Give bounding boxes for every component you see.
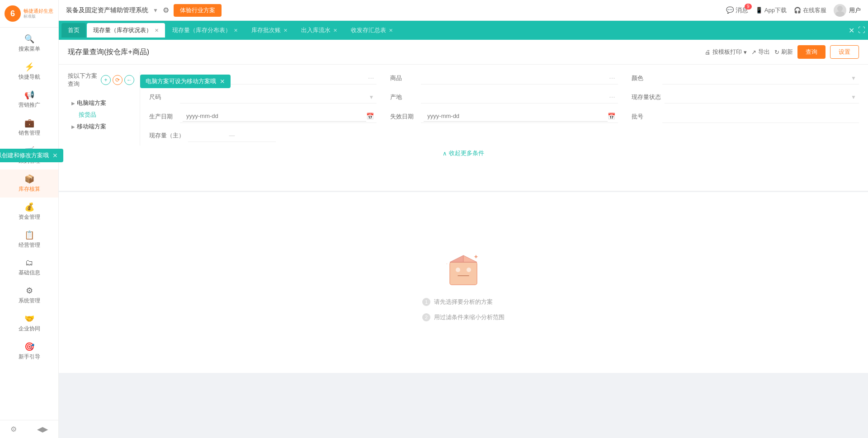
stock-qty-min-input[interactable] [191,130,226,141]
size-dropdown-icon[interactable]: ▼ [368,94,374,100]
tab-batch-close[interactable]: ✕ [283,28,288,33]
sidebar-item-finance[interactable]: 💰 资金管理 [0,198,58,226]
goods-input[interactable] [424,73,609,83]
scheme-mobile[interactable]: ▶ 移动端方案 [68,121,134,132]
sidebar-item-quick[interactable]: ⚡ 快捷导航 [0,57,58,85]
tab-inventory-dist-close[interactable]: ✕ [234,28,238,33]
msg-badge: 9 [745,4,752,9]
origin-input[interactable] [424,92,609,102]
stock-status-input[interactable] [667,92,851,102]
tab-home[interactable]: 首页 [61,23,86,38]
sidebar-bottom: ⚙ ◀▶ [0,420,58,438]
edit-scheme-btn[interactable]: ⟳ [113,75,123,85]
logo-icon: 6 [5,5,21,22]
warehouse-dots-icon[interactable]: ··· [368,74,374,82]
tab-inventory-status-close[interactable]: ✕ [155,28,159,33]
query-btn[interactable]: 查询 [797,45,826,59]
tooltip1-close-btn[interactable]: ✕ [220,78,225,85]
sidebar-item-operation[interactable]: 📋 经营管理 [0,226,58,254]
svg-point-7 [467,268,471,272]
scheme-desktop[interactable]: ▶ 电脑端方案 [68,97,134,109]
svg-text:✦: ✦ [473,253,479,260]
enterprise-icon: 🤝 [24,314,34,324]
system-name: 装备及固定资产辅助管理系统 [66,6,148,14]
schemes-panel: ▶ 电脑端方案 按货品 ▶ 移动端方案 [68,94,134,136]
tooltip2-close-btn[interactable]: ✕ [52,152,58,159]
expire-date-calendar-icon[interactable]: 📅 [608,113,615,120]
svg-point-1 [835,11,844,17]
settings-bottom-icon[interactable]: ⚙ [10,425,17,433]
marketing-icon: 📢 [24,90,34,100]
svg-point-0 [837,6,843,11]
tab-expand-btn[interactable]: ⛶ [858,26,865,34]
header: 装备及固定资产辅助管理系统 ▼ ⚙ 体验行业方案 💬 9 消息 📱 App下载 … [59,0,868,21]
tab-summary-close[interactable]: ✕ [389,28,393,33]
tooltip-desktop-scheme: 电脑方案可设为移动方案哦 ✕ [140,75,231,88]
tab-inventory-dist[interactable]: 现存量（库存分布表） ✕ [166,23,244,38]
size-input[interactable] [183,92,368,102]
print-btn[interactable]: 🖨 按模板打印 ▾ [705,48,747,56]
tab-batch[interactable]: 库存批次账 ✕ [245,23,294,38]
sidebar-item-system[interactable]: ⚙ 系统管理 [0,281,58,309]
sidebar-item-guide[interactable]: 🎯 新手引导 [0,337,58,365]
user-menu[interactable]: 用户 [834,4,861,17]
batch-input[interactable] [665,111,856,122]
export-btn[interactable]: ↗ 导出 [751,48,770,56]
sales-icon: 💼 [24,118,34,128]
header-settings-icon[interactable]: ⚙ [163,6,169,14]
sidebar-item-enterprise[interactable]: 🤝 企业协同 [0,309,58,337]
color-dropdown-icon[interactable]: ▼ [851,75,856,81]
collapse-sidebar-icon[interactable]: ◀▶ [37,425,48,433]
stock-status-dropdown-icon[interactable]: ▼ [851,94,856,100]
filter-area: 按以下方案查询 + ⟳ ← 电脑方案可设为移动方案哦 ✕ ▶ 电脑端方案 [59,65,868,191]
field-size: 尺码 ▼ [149,91,377,104]
base-icon: 🗂 [25,258,33,268]
refresh-btn[interactable]: ↻ 刷新 [774,48,793,56]
goods-dots-icon[interactable]: ··· [609,74,615,82]
tab-summary[interactable]: 收发存汇总表 ✕ [344,23,399,38]
page-actions: 🖨 按模板打印 ▾ ↗ 导出 ↻ 刷新 查询 设置 [705,45,859,59]
industry-btn[interactable]: 体验行业方案 [174,4,222,17]
sidebar-item-sales[interactable]: 💼 销售管理 [0,113,58,141]
tip-num-1: 1 [422,298,430,306]
tab-close-all-btn[interactable]: ✕ [849,26,854,35]
empty-tips: 1 请先选择要分析的方案 2 用过滤条件来缩小分析范围 [422,296,505,323]
sidebar-nav: 🔍 搜索菜单 ⚡ 快捷导航 📢 营销推广 💼 销售管理 🛒 采购管理 📦 库存核… [0,28,58,420]
color-input[interactable] [665,73,851,83]
msg-button[interactable]: 💬 9 消息 [726,6,748,14]
produce-date-calendar-icon[interactable]: 📅 [366,113,374,120]
filter-header: 按以下方案查询 + ⟳ ← [68,72,134,88]
origin-dots-icon[interactable]: ··· [609,93,615,101]
reset-btn[interactable]: 设置 [830,45,859,59]
arrow-scheme-btn[interactable]: ← [124,75,134,85]
search-icon: 🔍 [24,34,34,44]
app-download-button[interactable]: 📱 App下载 [755,6,787,14]
tab-inventory-status[interactable]: 现存量（库存状况表） ✕ [87,23,165,38]
tooltip-create-scheme: 这里可以创建和修改方案哦 ✕ [0,149,63,162]
tab-inout-close[interactable]: ✕ [333,28,337,33]
add-scheme-btn[interactable]: + [101,75,111,85]
sidebar-item-base[interactable]: 🗂 基础信息 [0,254,58,281]
scheme-by-goods[interactable]: 按货品 [75,109,134,121]
produce-date-input[interactable] [183,111,366,122]
svg-text:·: · [446,261,448,266]
system-dropdown-icon[interactable]: ▼ [153,7,158,14]
field-origin: 产地 ··· [390,91,618,104]
tab-inout[interactable]: 出入库流水 ✕ [295,23,344,38]
field-goods: 商品 ··· [390,72,618,85]
sidebar-item-search[interactable]: 🔍 搜索菜单 [0,29,58,57]
sidebar-item-marketing[interactable]: 📢 营销推广 [0,85,58,113]
operation-icon: 📋 [24,230,34,240]
sidebar-item-inventory[interactable]: 📦 库存核算 [0,170,58,198]
collapse-row: ∧ 收起更多条件 [68,146,859,161]
field-stock-status: 现存量状态 ▼ [632,91,859,104]
collapse-btn[interactable]: ∧ 收起更多条件 [443,149,484,157]
svg-point-6 [456,268,460,272]
expire-date-input[interactable] [424,111,607,122]
page-title: 现存量查询(按仓库+商品) [68,47,149,57]
scheme-expand-icon: ▶ [71,101,75,106]
online-service-button[interactable]: 🎧 在线客服 [794,6,826,14]
stock-qty-max-input[interactable] [238,130,274,141]
header-left: 装备及固定资产辅助管理系统 ▼ ⚙ 体验行业方案 [66,4,222,17]
filter-icon-group: + ⟳ ← [101,75,134,85]
